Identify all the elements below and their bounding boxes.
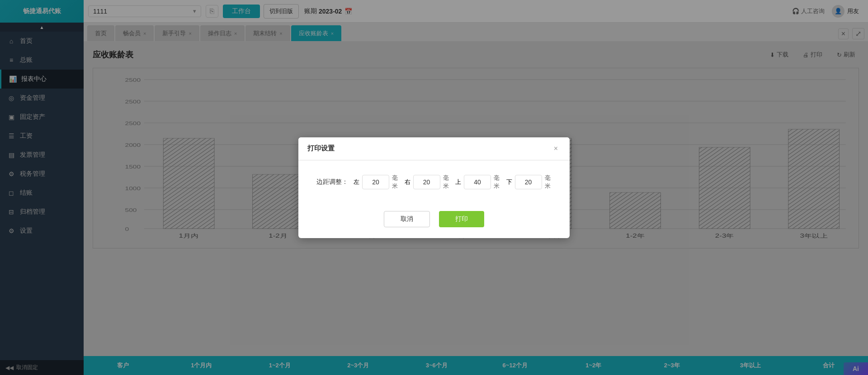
modal-close-button[interactable]: × [551, 144, 561, 154]
bottom-direction-label: 下 [506, 178, 512, 186]
cancel-button[interactable]: 取消 [384, 211, 430, 227]
top-direction-label: 上 [455, 178, 461, 186]
modal-footer: 取消 打印 [298, 204, 570, 238]
margin-bottom-input[interactable] [515, 175, 542, 189]
top-unit-label: 毫米 [494, 174, 501, 190]
margin-top-input[interactable] [464, 175, 491, 189]
margin-row: 边距调整： 左 毫米 右 毫米 上 毫米 下 [316, 174, 552, 190]
left-direction-label: 左 [354, 178, 359, 186]
bottom-unit-label: 毫米 [545, 174, 552, 190]
modal-header: 打印设置 × [298, 137, 570, 160]
print-settings-modal: 打印设置 × 边距调整： 左 毫米 右 毫米 上 毫米 [298, 137, 570, 238]
right-unit-label: 毫米 [443, 174, 450, 190]
margin-top-group: 上 毫米 [455, 174, 501, 190]
modal-title: 打印设置 [307, 144, 335, 153]
margin-bottom-group: 下 毫米 [506, 174, 552, 190]
margin-right-group: 右 毫米 [405, 174, 450, 190]
margin-left-input[interactable] [362, 175, 389, 189]
margin-right-input[interactable] [413, 175, 440, 189]
left-unit-label: 毫米 [392, 174, 399, 190]
margin-label: 边距调整： [316, 178, 348, 186]
margin-left-group: 左 毫米 [354, 174, 399, 190]
right-direction-label: 右 [405, 178, 410, 186]
modal-body: 边距调整： 左 毫米 右 毫米 上 毫米 下 [298, 160, 570, 204]
confirm-print-button[interactable]: 打印 [439, 211, 484, 227]
modal-overlay: 打印设置 × 边距调整： 左 毫米 右 毫米 上 毫米 [0, 0, 868, 375]
